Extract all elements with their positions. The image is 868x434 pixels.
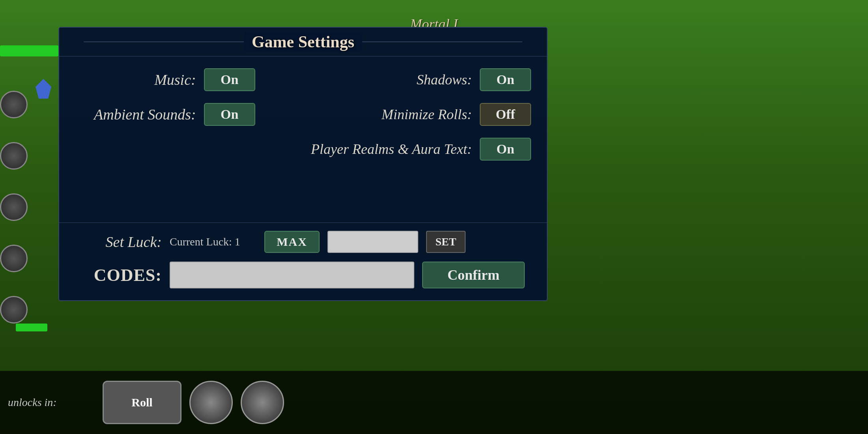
current-luck-text: Current Luck: 1 bbox=[170, 236, 256, 248]
luck-row: Set Luck: Current Luck: 1 MAX SET bbox=[75, 231, 531, 253]
codes-label: CODES: bbox=[75, 265, 162, 285]
player-realms-setting-row: Player Realms & Aura Text: On bbox=[279, 138, 531, 161]
health-bar-top bbox=[0, 45, 58, 56]
roll-button-area[interactable]: Roll bbox=[103, 381, 181, 424]
shadows-label: Shadows: bbox=[279, 71, 472, 88]
luck-input[interactable] bbox=[327, 231, 418, 253]
health-bar-bottom bbox=[16, 324, 47, 331]
minimize-rolls-setting-row: Minimize Rolls: Off bbox=[279, 103, 531, 126]
codes-input[interactable] bbox=[170, 262, 414, 288]
bottom-icon-1 bbox=[189, 381, 233, 424]
ability-icon-1[interactable] bbox=[0, 91, 28, 118]
music-toggle-button[interactable]: On bbox=[204, 68, 255, 91]
max-luck-button[interactable]: MAX bbox=[264, 231, 320, 253]
ability-icon-4[interactable] bbox=[0, 245, 28, 272]
settings-panel: Game Settings Music: On Ambient Sounds: … bbox=[58, 27, 548, 301]
settings-left-column: Music: On Ambient Sounds: On bbox=[75, 68, 255, 211]
set-luck-button[interactable]: SET bbox=[426, 231, 466, 253]
ability-icon-3[interactable] bbox=[0, 193, 28, 221]
bottom-bar: unlocks in: Roll bbox=[0, 371, 868, 434]
ambient-sounds-label: Ambient Sounds: bbox=[75, 106, 196, 123]
settings-grid: Music: On Ambient Sounds: On Shadows: On… bbox=[59, 56, 547, 223]
set-luck-label: Set Luck: bbox=[75, 233, 162, 251]
codes-row: CODES: Confirm bbox=[75, 262, 531, 288]
panel-title-bar: Game Settings bbox=[59, 28, 547, 56]
ability-icon-5[interactable] bbox=[0, 296, 28, 324]
ambient-sounds-setting-row: Ambient Sounds: On bbox=[75, 103, 255, 126]
ability-icon-2[interactable] bbox=[0, 142, 28, 170]
panel-title: Game Settings bbox=[244, 32, 362, 51]
shadows-toggle-button[interactable]: On bbox=[480, 68, 531, 91]
music-label: Music: bbox=[75, 71, 196, 88]
confirm-button[interactable]: Confirm bbox=[422, 262, 525, 288]
minimize-rolls-label: Minimize Rolls: bbox=[279, 106, 472, 123]
bottom-icon-2 bbox=[241, 381, 284, 424]
left-ability-icons bbox=[0, 91, 28, 324]
unlocks-label: unlocks in: bbox=[8, 396, 95, 409]
player-realms-label: Player Realms & Aura Text: bbox=[279, 141, 472, 157]
bottom-section: Set Luck: Current Luck: 1 MAX SET CODES:… bbox=[59, 223, 547, 300]
settings-right-column: Shadows: On Minimize Rolls: Off Player R… bbox=[255, 68, 531, 211]
minimize-rolls-toggle-button[interactable]: Off bbox=[480, 103, 531, 126]
shadows-setting-row: Shadows: On bbox=[279, 68, 531, 91]
ambient-sounds-toggle-button[interactable]: On bbox=[204, 103, 255, 126]
music-setting-row: Music: On bbox=[75, 68, 255, 91]
player-realms-toggle-button[interactable]: On bbox=[480, 138, 531, 161]
